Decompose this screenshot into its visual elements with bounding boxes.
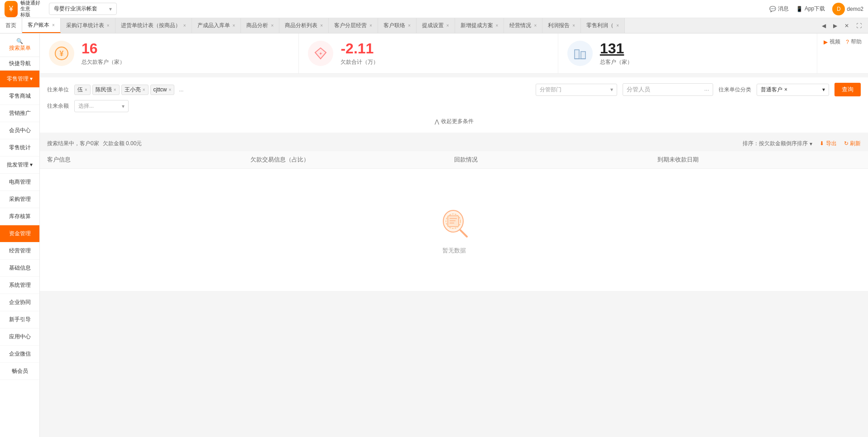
sidebar-item-purchase[interactable]: 采购管理: [0, 191, 39, 208]
tab-retail-profit[interactable]: 零售利润（ ×: [581, 18, 625, 33]
sidebar-item-retail[interactable]: 零售管理 ▾: [0, 71, 39, 88]
stats-bar: ¥ 16 总欠款客户（家）: [40, 33, 868, 74]
tab-goods-analysis-list[interactable]: 商品分析列表 ×: [279, 18, 329, 33]
stat-icon-yuan: ¥: [49, 41, 74, 66]
store-selector[interactable]: 母婴行业演示帐套 ▾: [49, 3, 117, 15]
remainder-arrow-icon: ▾: [122, 103, 125, 109]
close-icon[interactable]: ×: [369, 23, 372, 28]
tab-business-status[interactable]: 经营情况 ×: [504, 18, 542, 33]
help-btn[interactable]: ? 帮助: [846, 38, 862, 46]
close-icon[interactable]: ×: [496, 23, 499, 28]
close-icon[interactable]: ×: [408, 23, 411, 28]
dept-filter[interactable]: 分管部门 ▾: [536, 84, 617, 96]
top-right-actions: 💬 消息 📱 App下载 D demo2: [769, 3, 863, 15]
svg-text:¥: ¥: [60, 50, 64, 57]
sidebar-item-wholesale[interactable]: 批发管理 ▾: [0, 157, 39, 174]
close-icon[interactable]: ×: [320, 23, 323, 28]
remove-classify[interactable]: ×: [784, 86, 787, 93]
sidebar-item-enterprise[interactable]: 企业协同: [0, 294, 39, 311]
chevron-up-icon: ⋀: [435, 119, 439, 125]
export-button[interactable]: ⬇ 导出: [820, 140, 836, 147]
empty-icon: [436, 205, 472, 241]
video-btn[interactable]: ▶ 视频: [824, 38, 840, 46]
sidebar-item-marketing[interactable]: 营销推广: [0, 105, 39, 122]
sidebar-item-guide[interactable]: 新手引导: [0, 311, 39, 328]
sidebar-item-member[interactable]: 会员中心: [0, 122, 39, 139]
results-bar: 搜索结果中，客户0家 欠款金额 0.00元 排序：按欠款金额倒序排序 ▾ ⬇ 导…: [40, 136, 868, 151]
logo-icon: ¥: [5, 1, 18, 17]
sidebar-search[interactable]: 🔍 搜索菜单: [0, 33, 39, 57]
remainder-filter[interactable]: 选择... ▾: [74, 100, 129, 112]
filter-tag-more[interactable]: ...: [176, 85, 186, 95]
tab-goods-analysis[interactable]: 商品分析 ×: [241, 18, 279, 33]
tab-prev-btn[interactable]: ◀: [819, 22, 829, 30]
sidebar-item-retail-stats[interactable]: 零售统计: [0, 139, 39, 157]
classify-filter[interactable]: 普通客户 × ▾: [757, 84, 829, 96]
sidebar-item-basic-info[interactable]: 基础信息: [0, 260, 39, 277]
chevron-down-icon: ▾: [109, 6, 112, 12]
tab-profit-report[interactable]: 利润报告 ×: [542, 18, 581, 33]
sidebar-item-wechat[interactable]: 企业微信: [0, 346, 39, 363]
tab-customer-layer[interactable]: 客户分层经营 ×: [329, 18, 378, 33]
stat-icon-diamond: ✦: [308, 41, 333, 66]
tab-next-btn[interactable]: ▶: [830, 22, 840, 30]
message-btn[interactable]: 💬 消息: [769, 5, 789, 13]
collapse-button[interactable]: ⋀ 收起更多条件: [429, 116, 479, 127]
sidebar-item-retail-mall[interactable]: 零售商城: [0, 88, 39, 105]
tab-home[interactable]: 首页: [0, 18, 22, 33]
data-table: 客户信息 欠款交易信息（占比） 回款情况 到期未收款日期: [40, 151, 868, 291]
filter-tag-cjttcw: cjttcw ×: [150, 85, 175, 95]
unit-label: 往来单位: [47, 86, 69, 94]
sort-selector[interactable]: 排序：按欠款金额倒序排序 ▾: [743, 140, 812, 147]
remove-tag-wang[interactable]: ×: [143, 87, 145, 92]
tab-fullscreen-btn[interactable]: ⛶: [854, 22, 864, 30]
sidebar-quick-nav[interactable]: 快捷导航: [0, 57, 39, 71]
stat-total-customers: ¥ 16 总欠款客户（家）: [40, 33, 299, 73]
sidebar-item-member2[interactable]: 畅会员: [0, 363, 39, 380]
tab-bar: 首页 客户账本 × 采购订单统计表 × 进货单统计表（按商品） × 产成品入库单…: [0, 18, 868, 33]
user-avatar[interactable]: D demo2: [832, 3, 863, 15]
close-icon[interactable]: ×: [107, 23, 110, 28]
close-icon[interactable]: ×: [616, 23, 619, 28]
sidebar-item-finance[interactable]: 资金管理: [0, 225, 39, 242]
tab-close-all-btn[interactable]: ✕: [842, 22, 852, 30]
search-button[interactable]: 查询: [834, 83, 861, 96]
close-icon[interactable]: ×: [534, 23, 537, 28]
sidebar-item-system[interactable]: 系统管理: [0, 277, 39, 294]
svg-rect-9: [448, 216, 459, 227]
close-icon[interactable]: ×: [183, 23, 186, 28]
sidebar-item-inventory[interactable]: 库存核算: [0, 208, 39, 225]
sidebar-item-app-center[interactable]: 应用中心: [0, 328, 39, 346]
close-icon[interactable]: ×: [271, 23, 273, 28]
svg-rect-4: [575, 50, 579, 59]
tab-new-commission[interactable]: 新增提成方案 ×: [455, 18, 504, 33]
video-icon: ▶: [824, 39, 828, 45]
person-filter[interactable]: 分管人员 ···: [623, 83, 713, 96]
tab-finished-goods[interactable]: 产成品入库单 ×: [192, 18, 241, 33]
tab-purchase-stats[interactable]: 进货单统计表（按商品） ×: [115, 18, 192, 33]
close-icon[interactable]: ×: [233, 23, 235, 28]
remove-tag-cjttcw[interactable]: ×: [169, 87, 172, 92]
close-icon[interactable]: ×: [446, 23, 449, 28]
tab-commission-setting[interactable]: 提成设置 ×: [417, 18, 455, 33]
filter-tag-chen: 陈民强 ×: [92, 85, 120, 95]
stat-total-all-customers: 131 总客户（家）: [558, 33, 817, 73]
tab-purchase-order[interactable]: 采购订单统计表 ×: [61, 18, 115, 33]
sidebar-item-business[interactable]: 经营管理: [0, 242, 39, 260]
tab-nav-actions: ◀ ▶ ✕ ⛶: [815, 22, 868, 30]
col-debt-info: 欠款交易信息（占比）: [250, 156, 454, 164]
col-due-date: 到期未收款日期: [657, 156, 861, 164]
close-icon[interactable]: ×: [52, 23, 55, 28]
remove-tag-wu[interactable]: ×: [85, 87, 87, 92]
refresh-button[interactable]: ↻ 刷新: [844, 140, 861, 147]
filter-tag-wu: 伍 ×: [74, 85, 91, 95]
remove-tag-chen[interactable]: ×: [114, 87, 116, 92]
tab-customer-contact[interactable]: 客户联络 ×: [378, 18, 417, 33]
person-more-icon[interactable]: ···: [704, 86, 709, 93]
close-icon[interactable]: ×: [572, 23, 575, 28]
sidebar-item-ecommerce[interactable]: 电商管理: [0, 174, 39, 191]
stat-label-debt: 欠款合计（万）: [340, 58, 379, 66]
app-download-btn[interactable]: 📱 App下载: [796, 5, 825, 13]
tab-customer-ledger[interactable]: 客户账本 ×: [22, 18, 61, 33]
help-icon: ?: [846, 39, 849, 45]
